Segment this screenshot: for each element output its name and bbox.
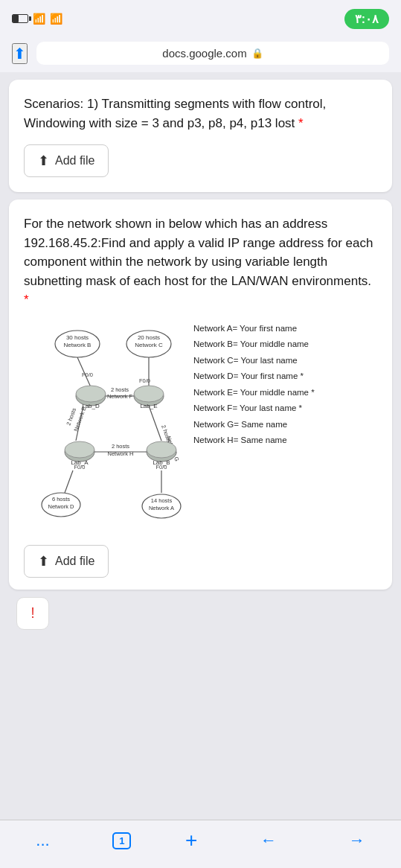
legend-item-7: Network H= Same name: [193, 433, 377, 448]
back-button[interactable]: ←: [251, 828, 286, 853]
svg-text:Network A: Network A: [149, 505, 174, 511]
alert-button[interactable]: !: [16, 597, 49, 630]
network-diagram: 30 hosts Network B 20 hosts Network C F0…: [24, 322, 187, 533]
svg-text:Network H: Network H: [107, 450, 133, 457]
svg-text:2 hosts: 2 hosts: [111, 386, 129, 393]
add-file-label-2: Add file: [55, 555, 94, 568]
status-left: 📶 📶: [12, 13, 62, 25]
url-text: docs.google.com: [162, 47, 246, 60]
svg-text:14 hosts: 14 hosts: [151, 497, 173, 504]
svg-text:6 hosts: 6 hosts: [52, 496, 70, 502]
diagram-wrap: 30 hosts Network B 20 hosts Network C F0…: [24, 322, 377, 533]
legend-item-6: Network G= Same name: [193, 418, 377, 433]
share-button[interactable]: ⬆: [12, 43, 28, 64]
tab-count[interactable]: 1: [112, 832, 131, 849]
network-text: For the network shown in below which has…: [24, 214, 377, 310]
lock-icon: 🔒: [251, 48, 263, 59]
menu-button[interactable]: ...: [27, 828, 58, 853]
alert-area: !: [16, 597, 400, 630]
wifi-icon: 📶: [33, 13, 45, 25]
legend-item-4: Network E= Your middle name *: [193, 386, 377, 401]
svg-line-36: [65, 470, 73, 493]
svg-text:20 hosts: 20 hosts: [138, 334, 160, 341]
signal-icon: 📶: [50, 13, 62, 25]
legend-item-5: Network F= Your last name *: [193, 401, 377, 416]
svg-text:F0/0: F0/0: [155, 464, 167, 470]
scenarios-text: Scenarios: 1) Transmitting segments with…: [24, 95, 377, 133]
add-file-button-2[interactable]: ⬆ Add file: [24, 545, 109, 578]
content-area: Scenarios: 1) Transmitting segments with…: [0, 80, 401, 694]
svg-line-22: [149, 406, 161, 441]
status-bar: 📶 📶 ۳:۰۸: [0, 0, 401, 37]
svg-text:F0/0: F0/0: [82, 371, 93, 378]
card-scenarios: Scenarios: 1) Transmitting segments with…: [9, 80, 392, 192]
svg-text:F0/0: F0/0: [139, 377, 150, 384]
svg-text:Network F: Network F: [107, 393, 133, 400]
legend-item-0: Network A= Your first name: [193, 322, 377, 336]
legend-item-3: Network D= Your first name *: [193, 369, 377, 384]
network-svg: 30 hosts Network B 20 hosts Network C F0…: [24, 322, 187, 530]
svg-point-11: [76, 386, 106, 402]
svg-text:F0/0: F0/0: [74, 464, 85, 470]
address-bar-wrap: ⬆ docs.google.com 🔒: [0, 37, 401, 72]
svg-point-14: [134, 386, 164, 402]
upload-icon-2: ⬆: [38, 553, 49, 569]
address-bar[interactable]: docs.google.com 🔒: [36, 42, 389, 65]
required-star-1: *: [298, 116, 304, 130]
required-star-2: *: [24, 293, 29, 307]
svg-text:2 hosts: 2 hosts: [112, 443, 129, 450]
forward-button[interactable]: →: [340, 828, 374, 853]
svg-text:30 hosts: 30 hosts: [66, 334, 89, 341]
svg-text:Network B: Network B: [64, 342, 92, 348]
time-display: ۳:۰۸: [344, 9, 389, 29]
svg-point-26: [65, 441, 94, 458]
battery-icon: [12, 14, 28, 23]
legend-item-2: Network C= Your last name: [193, 354, 377, 368]
add-file-button-1[interactable]: ⬆ Add file: [24, 144, 109, 177]
bottom-nav: ... 1 + ← →: [0, 820, 401, 868]
svg-text:Network C: Network C: [135, 342, 163, 348]
legend-item-1: Network B= Your middle name: [193, 337, 377, 352]
svg-text:Network D: Network D: [48, 503, 74, 510]
network-legend: Network A= Your first name Network B= Yo…: [193, 322, 377, 450]
upload-icon-1: ⬆: [38, 153, 49, 169]
add-file-label-1: Add file: [55, 154, 94, 167]
svg-point-30: [147, 441, 176, 458]
card-network: For the network shown in below which has…: [9, 200, 392, 590]
add-tab-button[interactable]: +: [185, 829, 197, 852]
